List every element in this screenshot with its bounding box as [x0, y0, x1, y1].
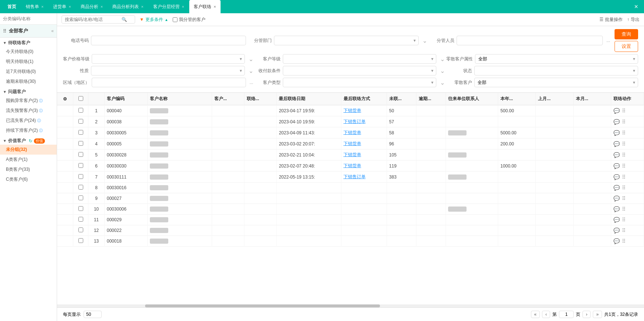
last-way-link[interactable]: 下销货单: [344, 152, 361, 157]
row-checkbox[interactable]: [78, 238, 83, 243]
cell-check[interactable]: [73, 160, 88, 172]
sidebar-item-class-c[interactable]: C类客户(6): [0, 174, 57, 184]
search-input[interactable]: [65, 17, 120, 22]
close-icon[interactable]: ×: [68, 4, 71, 9]
region-dots-icon[interactable]: ...: [248, 80, 255, 85]
grid-action-icon[interactable]: ⠿: [622, 119, 626, 125]
next-page-button[interactable]: ›: [583, 311, 591, 318]
sidebar-item-today-pending[interactable]: 今天待联络(0): [0, 47, 57, 57]
col-this-month[interactable]: 本月...: [573, 93, 611, 105]
grid-action-icon[interactable]: ⠿: [622, 217, 626, 223]
collapse-icon[interactable]: «: [51, 28, 54, 33]
row-checkbox[interactable]: [78, 141, 83, 146]
close-icon[interactable]: ×: [101, 4, 103, 9]
retail-attr-select[interactable]: 全部: [475, 54, 638, 64]
refresh-icon[interactable]: ↻: [29, 138, 32, 144]
gender-select[interactable]: [91, 66, 245, 75]
col-last-month[interactable]: 上月...: [536, 93, 573, 105]
row-checkbox[interactable]: [78, 206, 83, 211]
grid-action-icon[interactable]: ⠿: [622, 141, 626, 147]
customer-type-select[interactable]: [283, 78, 437, 87]
col-this-year[interactable]: 本年...: [498, 93, 536, 105]
col-not-linked-days[interactable]: 未联...: [387, 93, 416, 105]
message-icon[interactable]: 💬: [613, 227, 620, 233]
tab-customer-tier[interactable]: 客户分层经营 ×: [149, 0, 189, 13]
prev-page-button[interactable]: ‹: [542, 311, 550, 318]
sidebar-all-customers[interactable]: ⠿ 全部客户 «: [0, 25, 57, 38]
row-checkbox[interactable]: [78, 152, 83, 157]
my-customers-check[interactable]: [173, 17, 177, 22]
col-unit-contacts[interactable]: 往来单位联系人: [446, 93, 498, 105]
row-checkbox[interactable]: [78, 217, 83, 222]
grid-action-icon[interactable]: ⠿: [622, 227, 626, 233]
subsection-value-customers[interactable]: ▼ 价值客户 ↻ 价值: [0, 135, 57, 145]
category-search-input[interactable]: [3, 16, 57, 21]
cell-check[interactable]: [73, 204, 88, 215]
last-way-link[interactable]: 下销货单: [344, 130, 361, 135]
grid-action-icon[interactable]: ⠿: [622, 238, 626, 244]
tab-customer-contact[interactable]: 客户联络 ×: [189, 0, 220, 13]
message-icon[interactable]: 💬: [613, 185, 620, 191]
subsection-problem-customers[interactable]: ▼ 问题客户: [0, 87, 57, 96]
grid-action-icon[interactable]: ⠿: [622, 174, 626, 180]
batch-ops-button[interactable]: ☰ 批量操作: [599, 17, 623, 23]
sidebar-item-churn-warning[interactable]: 流失预警客户(3) ⓘ: [0, 106, 57, 116]
message-icon[interactable]: 💬: [613, 119, 620, 125]
message-icon[interactable]: 💬: [613, 141, 620, 147]
sidebar-item-abnormal-hoard[interactable]: 囤购异常客户(2) ⓘ: [0, 96, 57, 106]
grid-action-icon[interactable]: ⠿: [622, 130, 626, 136]
close-icon[interactable]: ×: [182, 4, 184, 9]
cell-check[interactable]: [73, 127, 88, 138]
message-icon[interactable]: 💬: [613, 108, 620, 114]
phone-input[interactable]: [91, 36, 246, 45]
more-conditions-button[interactable]: ▼ 更多条件 ▲: [140, 17, 168, 23]
grid-action-icon[interactable]: ⠿: [622, 152, 626, 158]
cell-check[interactable]: [73, 116, 88, 127]
dots-icon[interactable]: ...: [605, 38, 612, 43]
col-last-contact-date[interactable]: 最后联络日期: [277, 93, 341, 105]
message-icon[interactable]: 💬: [613, 195, 620, 201]
close-icon[interactable]: ×: [41, 4, 43, 9]
sidebar-item-declining[interactable]: 持续下滑客户(2) ⓘ: [0, 126, 57, 135]
grid-action-icon[interactable]: ⠿: [622, 185, 626, 191]
row-checkbox[interactable]: [78, 185, 83, 190]
cell-check[interactable]: [73, 215, 88, 225]
tab-product-analysis[interactable]: 商品分析 ×: [76, 0, 107, 13]
export-button[interactable]: ↑ 导出: [627, 17, 640, 23]
first-page-button[interactable]: «: [531, 311, 540, 318]
cell-check[interactable]: [73, 105, 88, 116]
subsection-pending-contact[interactable]: ▼ 待联络客户: [0, 38, 57, 47]
last-way-link[interactable]: 下销售订单: [344, 119, 366, 124]
grid-action-icon[interactable]: ⠿: [622, 108, 626, 114]
scrollbar-thumb[interactable]: [145, 304, 380, 307]
sidebar-item-overdue-uncontacted[interactable]: 逾期未联络(30): [0, 77, 57, 87]
page-size-select[interactable]: 50 100: [84, 311, 102, 318]
row-checkbox[interactable]: [78, 174, 83, 179]
cell-check[interactable]: [73, 225, 88, 236]
message-icon[interactable]: 💬: [613, 152, 620, 158]
cell-check[interactable]: [73, 149, 88, 160]
grid-action-icon[interactable]: ⠿: [622, 163, 626, 169]
cell-check[interactable]: [73, 193, 88, 204]
tab-home[interactable]: 首页: [3, 0, 21, 13]
message-icon[interactable]: 💬: [613, 174, 620, 180]
last-way-link[interactable]: 下销售订单: [344, 174, 366, 179]
message-icon[interactable]: 💬: [613, 217, 620, 223]
customer-level-select[interactable]: [283, 54, 437, 64]
row-checkbox[interactable]: [78, 227, 83, 232]
person-input[interactable]: [457, 36, 603, 45]
message-icon[interactable]: 💬: [613, 163, 620, 169]
check-all-checkbox[interactable]: [78, 96, 83, 101]
row-checkbox[interactable]: [78, 108, 83, 113]
query-button[interactable]: 查询: [615, 29, 638, 39]
price-level-select[interactable]: [92, 54, 245, 64]
col-customer-code[interactable]: 客户编码: [105, 93, 148, 105]
sidebar-item-class-a[interactable]: A类客户(1): [0, 155, 57, 165]
last-way-link[interactable]: 下销货单: [344, 141, 361, 146]
row-checkbox[interactable]: [78, 130, 83, 135]
cell-check[interactable]: [73, 183, 88, 193]
sidebar-item-churned[interactable]: 已流失客户(24) ⓘ: [0, 116, 57, 126]
col-last-contact-way[interactable]: 最后联络方式: [341, 93, 387, 105]
tab-sales[interactable]: 销售单 ×: [21, 0, 48, 13]
payment-select[interactable]: [283, 66, 437, 75]
